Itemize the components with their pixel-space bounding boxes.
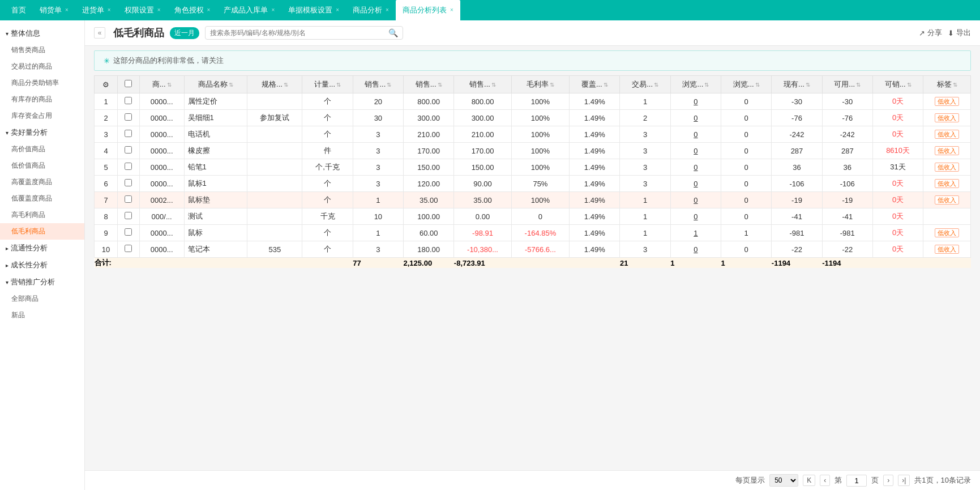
sidebar-item-stock-goods[interactable]: 有库存的商品: [0, 91, 84, 108]
col-available[interactable]: 可用...⇅: [822, 76, 872, 93]
view1-link[interactable]: 0: [694, 147, 697, 155]
pagination-next-button[interactable]: ›: [883, 475, 893, 486]
view1-link[interactable]: 0: [694, 114, 697, 122]
nav-item-permission[interactable]: 权限设置 ×: [118, 0, 168, 20]
sidebar-item-category-rate[interactable]: 商品分类助销率: [0, 75, 84, 91]
col-spec[interactable]: 规格...⇅: [247, 76, 302, 93]
row-select-checkbox[interactable]: [125, 212, 132, 219]
row-select-checkbox[interactable]: [125, 163, 132, 170]
col-sale-amount[interactable]: 销售...⇅: [404, 76, 454, 93]
sidebar-item-high-value[interactable]: 高价值商品: [0, 141, 84, 157]
recent-badge[interactable]: 近一月: [170, 27, 199, 39]
col-sale-qty[interactable]: 销售...⇅: [353, 76, 403, 93]
row-view1[interactable]: 0: [670, 159, 721, 176]
row-view1[interactable]: 0: [670, 176, 721, 192]
col-unit[interactable]: 计量...⇅: [302, 76, 353, 93]
row-view1[interactable]: 0: [670, 192, 721, 208]
row-checkbox[interactable]: [117, 93, 139, 110]
col-gross-margin[interactable]: 毛利率⇅: [511, 76, 569, 93]
row-checkbox[interactable]: [117, 225, 139, 241]
search-input[interactable]: [210, 29, 386, 37]
view1-link[interactable]: 0: [694, 196, 697, 204]
row-checkbox[interactable]: [117, 143, 139, 159]
nav-item-home[interactable]: 首页: [5, 0, 33, 20]
sidebar-group-sell-analysis[interactable]: ▾ 卖好量分析: [0, 124, 84, 141]
nav-item-role[interactable]: 角色授权 ×: [168, 0, 217, 20]
nav-product-in-close[interactable]: ×: [271, 0, 275, 20]
pagination-prev-button[interactable]: ‹: [820, 475, 830, 486]
view1-link[interactable]: 1: [694, 229, 697, 237]
col-coverage[interactable]: 覆盖...⇅: [570, 76, 620, 93]
row-select-checkbox[interactable]: [125, 130, 132, 137]
row-view1[interactable]: 0: [670, 241, 721, 258]
sidebar-item-new-goods[interactable]: 新品: [0, 307, 84, 323]
row-select-checkbox[interactable]: [125, 97, 132, 104]
sidebar-item-stock-capital[interactable]: 库存资金占用: [0, 108, 84, 124]
col-view2[interactable]: 浏览...⇅: [721, 76, 772, 93]
sidebar-item-low-margin[interactable]: 低毛利商品: [0, 223, 84, 240]
row-select-checkbox[interactable]: [125, 146, 132, 154]
row-select-checkbox[interactable]: [125, 113, 132, 121]
sidebar-item-all-goods[interactable]: 全部商品: [0, 291, 84, 307]
view1-link[interactable]: 0: [694, 97, 697, 106]
row-checkbox[interactable]: [117, 126, 139, 143]
nav-item-template[interactable]: 单据模板设置 ×: [281, 0, 346, 20]
col-tag[interactable]: 标签⇅: [923, 76, 971, 93]
share-button[interactable]: ↗ 分享: [919, 28, 942, 38]
search-box[interactable]: 🔍: [205, 26, 403, 40]
row-view1[interactable]: 0: [670, 110, 721, 126]
row-checkbox[interactable]: [117, 241, 139, 258]
col-checkbox[interactable]: [117, 76, 139, 93]
row-view1[interactable]: 0: [670, 208, 721, 225]
col-name[interactable]: 商品名称⇅: [184, 76, 247, 93]
view1-link[interactable]: 0: [694, 212, 697, 221]
view1-link[interactable]: 0: [694, 245, 697, 254]
sidebar-group-flow[interactable]: ▸ 流通性分析: [0, 240, 84, 257]
col-sale-profit[interactable]: 销售...⇅: [454, 76, 511, 93]
row-select-checkbox[interactable]: [125, 228, 132, 236]
row-view1[interactable]: 0: [670, 143, 721, 159]
row-view1[interactable]: 0: [670, 126, 721, 143]
nav-permission-close[interactable]: ×: [157, 0, 161, 20]
col-saleable[interactable]: 可销...⇅: [872, 76, 923, 93]
row-select-checkbox[interactable]: [125, 195, 132, 203]
row-select-checkbox[interactable]: [125, 245, 132, 252]
collapse-sidebar-button[interactable]: «: [94, 27, 105, 39]
nav-role-close[interactable]: ×: [207, 0, 211, 20]
select-all-checkbox[interactable]: [125, 80, 132, 87]
sidebar-item-low-value[interactable]: 低价值商品: [0, 157, 84, 174]
sidebar-item-traded-goods[interactable]: 交易过的商品: [0, 58, 84, 75]
nav-item-purchase[interactable]: 进货单 ×: [75, 0, 118, 20]
col-code[interactable]: 商...⇅: [139, 76, 184, 93]
sidebar-group-marketing[interactable]: ▾ 营销推广分析: [0, 274, 84, 291]
sidebar-item-sales-goods[interactable]: 销售类商品: [0, 42, 84, 58]
export-button[interactable]: ⬇ 导出: [948, 28, 971, 38]
view1-link[interactable]: 0: [694, 163, 697, 172]
per-page-select[interactable]: 50 100 200: [769, 474, 798, 487]
pagination-page-input[interactable]: [846, 475, 867, 487]
col-view1[interactable]: 浏览...⇅: [670, 76, 721, 93]
view1-link[interactable]: 0: [694, 130, 697, 139]
nav-item-analysis-list[interactable]: 商品分析列表 ×: [396, 0, 460, 20]
sidebar-item-high-coverage[interactable]: 高覆盖度商品: [0, 174, 84, 190]
row-checkbox[interactable]: [117, 208, 139, 225]
row-checkbox[interactable]: [117, 176, 139, 192]
sidebar-group-growth[interactable]: ▸ 成长性分析: [0, 257, 84, 274]
row-view1[interactable]: 0: [670, 93, 721, 110]
search-icon[interactable]: 🔍: [388, 28, 398, 37]
nav-template-close[interactable]: ×: [336, 0, 339, 20]
nav-sales-close[interactable]: ×: [65, 0, 69, 20]
row-checkbox[interactable]: [117, 159, 139, 176]
nav-item-product-in[interactable]: 产成品入库单 ×: [217, 0, 281, 20]
nav-analysis-list-close[interactable]: ×: [450, 0, 453, 20]
col-settings[interactable]: ⚙: [95, 76, 118, 93]
nav-analysis-close[interactable]: ×: [386, 0, 389, 20]
pagination-last-button[interactable]: ›|: [898, 475, 910, 486]
row-checkbox[interactable]: [117, 192, 139, 208]
nav-item-analysis[interactable]: 商品分析 ×: [346, 0, 396, 20]
sidebar-group-overall[interactable]: ▾ 整体信息: [0, 25, 84, 42]
nav-item-sales[interactable]: 销货单 ×: [33, 0, 75, 20]
row-select-checkbox[interactable]: [125, 179, 132, 186]
sidebar-item-low-coverage[interactable]: 低覆盖度商品: [0, 190, 84, 207]
row-view1[interactable]: 1: [670, 225, 721, 241]
